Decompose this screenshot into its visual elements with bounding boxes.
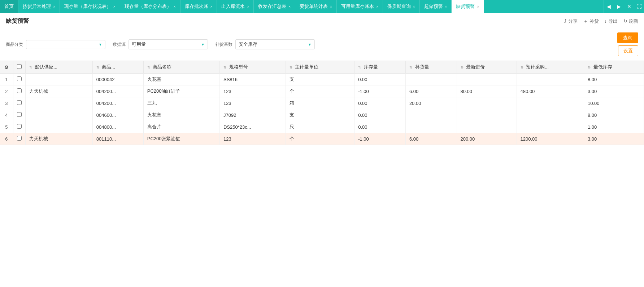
nav-tab-expiry[interactable]: 保质期查询 × bbox=[383, 0, 420, 13]
row-checkbox-cell bbox=[13, 97, 25, 109]
col-spec[interactable]: ⇅ 规格型号 bbox=[219, 61, 286, 74]
col-checkbox bbox=[13, 61, 25, 74]
row-min-stock: 10.00 bbox=[584, 97, 644, 109]
nav-tab-available[interactable]: 可用量库存账本 × bbox=[337, 0, 383, 13]
col-product-code[interactable]: ⇅ 商品... bbox=[92, 61, 143, 74]
nav-fullscreen-btn[interactable]: ⛶ bbox=[634, 0, 644, 13]
row-supplier bbox=[25, 109, 92, 121]
settings-button[interactable]: 设置 bbox=[618, 45, 638, 56]
row-checkbox[interactable] bbox=[17, 136, 22, 141]
col-unit[interactable]: ⇅ 主计量单位 bbox=[286, 61, 354, 74]
col-replenish-qty[interactable]: ⇅ 补货量 bbox=[405, 61, 457, 74]
datasource-select[interactable]: 可用量 ▼ bbox=[129, 39, 208, 49]
filter-area: 商品分类 ▼ 数据源 可用量 ▼ 补货基数 安全库存 ▼ 查询 设置 bbox=[0, 28, 644, 61]
sort-estimated-icon: ⇅ bbox=[521, 65, 523, 69]
row-product-code: 004600... bbox=[92, 109, 143, 121]
row-stock: 0.00 bbox=[354, 74, 406, 85]
datasource-filter-group: 数据源 可用量 ▼ bbox=[113, 39, 208, 49]
table-row: 5 004800... 离合片 DS250*23c... 只 0.00 1.00 bbox=[0, 121, 644, 133]
share-button[interactable]: ⤴ 分享 bbox=[564, 18, 578, 25]
close-tab-5[interactable]: × bbox=[247, 5, 249, 9]
replenish-button[interactable]: ＋ 补货 bbox=[583, 18, 599, 25]
page-title: 缺货预警 bbox=[6, 17, 29, 25]
header-actions: ⤴ 分享 ＋ 补货 ↓ 导出 ↻ 刷新 bbox=[564, 18, 639, 25]
category-select[interactable]: ▼ bbox=[26, 40, 105, 49]
export-icon: ↓ bbox=[605, 18, 607, 24]
select-all-checkbox[interactable] bbox=[17, 64, 22, 69]
row-supplier: 力天机械 bbox=[25, 85, 92, 97]
row-checkbox[interactable] bbox=[17, 100, 22, 105]
row-product-code: 004200... bbox=[92, 97, 143, 109]
sort-replenish-icon: ⇅ bbox=[409, 65, 412, 69]
row-checkbox[interactable] bbox=[17, 76, 22, 81]
row-spec: 123 bbox=[219, 97, 286, 109]
row-num: 5 bbox=[0, 121, 13, 133]
row-replenish-qty: 6.00 bbox=[405, 85, 457, 97]
row-min-stock: 1.00 bbox=[584, 121, 644, 133]
row-stock: -1.00 bbox=[354, 85, 406, 97]
row-product-code: 004200... bbox=[92, 85, 143, 97]
row-stock: 0.00 bbox=[354, 97, 406, 109]
col-settings[interactable]: ⚙ bbox=[0, 61, 13, 74]
nav-tab-overstock[interactable]: 超储预警 × bbox=[420, 0, 452, 13]
col-supplier[interactable]: ⇅ 默认供应... bbox=[25, 61, 92, 74]
close-tab-2[interactable]: × bbox=[113, 5, 116, 9]
close-tab-9[interactable]: × bbox=[413, 5, 415, 9]
row-supplier bbox=[25, 97, 92, 109]
table-row: 1 0000042 火花塞 SS816 支 0.00 8.00 bbox=[0, 74, 644, 85]
col-stock[interactable]: ⇅ 库存量 bbox=[354, 61, 406, 74]
close-tab-7[interactable]: × bbox=[330, 5, 332, 9]
row-latest-price bbox=[457, 74, 517, 85]
row-checkbox-cell bbox=[13, 133, 25, 145]
row-product-code: 801110... bbox=[92, 133, 143, 145]
row-num: 6 bbox=[0, 133, 13, 145]
table-body: 1 0000042 火花塞 SS816 支 0.00 8.00 2 力天机械 0… bbox=[0, 74, 644, 145]
row-num: 1 bbox=[0, 74, 13, 85]
col-product-name[interactable]: ⇅ 商品名称 bbox=[143, 61, 219, 74]
sort-stock-icon: ⇅ bbox=[358, 65, 361, 69]
row-checkbox[interactable] bbox=[17, 88, 22, 93]
col-latest-price[interactable]: ⇅ 最新进价 bbox=[457, 61, 517, 74]
sort-price-icon: ⇅ bbox=[461, 65, 464, 69]
row-supplier bbox=[25, 74, 92, 85]
query-button[interactable]: 查询 bbox=[617, 32, 638, 43]
refresh-button[interactable]: ↻ 刷新 bbox=[623, 18, 638, 25]
row-min-stock: 8.00 bbox=[584, 74, 644, 85]
col-estimated-purchase[interactable]: ⇅ 预计采购... bbox=[517, 61, 584, 74]
col-min-stock[interactable]: ⇅ 最低库存 bbox=[584, 61, 644, 74]
export-button[interactable]: ↓ 导出 bbox=[605, 18, 618, 25]
close-tab-3[interactable]: × bbox=[174, 5, 176, 9]
replenish-base-select[interactable]: 安全库存 ▼ bbox=[235, 39, 315, 49]
nav-tab-requisition[interactable]: 要货单统计表 × bbox=[295, 0, 337, 13]
close-tab-6[interactable]: × bbox=[288, 5, 291, 9]
nav-next-btn[interactable]: ▶ bbox=[614, 0, 624, 13]
nav-tab-picking[interactable]: 拣货异常处理 × bbox=[18, 0, 60, 13]
close-tab-1[interactable]: × bbox=[53, 5, 55, 9]
row-replenish-qty bbox=[405, 74, 457, 85]
close-tab-8[interactable]: × bbox=[376, 5, 378, 9]
row-estimated-purchase bbox=[517, 121, 584, 133]
row-replenish-qty bbox=[405, 109, 457, 121]
close-tab-11[interactable]: × bbox=[477, 5, 479, 9]
page-header: 缺货预警 ⤴ 分享 ＋ 补货 ↓ 导出 ↻ 刷新 bbox=[0, 13, 644, 28]
row-estimated-purchase bbox=[517, 97, 584, 109]
nav-tab-home[interactable]: 首页 bbox=[0, 0, 18, 13]
row-unit: 支 bbox=[286, 74, 354, 85]
nav-prev-btn[interactable]: ◀ bbox=[604, 0, 614, 13]
row-spec: 123 bbox=[219, 85, 286, 97]
nav-tab-summary[interactable]: 收发存汇总表 × bbox=[254, 0, 295, 13]
nav-tab-stock2[interactable]: 现存量（库存分布表） × bbox=[120, 0, 180, 13]
close-tab-10[interactable]: × bbox=[445, 5, 447, 9]
nav-close-btn[interactable]: ✕ bbox=[624, 0, 634, 13]
nav-tab-flow[interactable]: 出入库流水 × bbox=[217, 0, 254, 13]
row-checkbox[interactable] bbox=[17, 112, 22, 117]
replenish-base-chevron-icon: ▼ bbox=[308, 43, 312, 47]
table-header-row: ⚙ ⇅ 默认供应... ⇅ 商品... ⇅ 商品名称 bbox=[0, 61, 644, 74]
row-min-stock: 3.00 bbox=[584, 85, 644, 97]
close-tab-4[interactable]: × bbox=[210, 5, 213, 9]
nav-tab-batch[interactable]: 库存批次账 × bbox=[180, 0, 217, 13]
nav-tab-stock1[interactable]: 现存量（库存状况表） × bbox=[60, 0, 120, 13]
row-unit: 个 bbox=[286, 133, 354, 145]
nav-tab-shortage[interactable]: 缺货预警 × bbox=[452, 0, 484, 13]
row-checkbox[interactable] bbox=[17, 124, 22, 129]
